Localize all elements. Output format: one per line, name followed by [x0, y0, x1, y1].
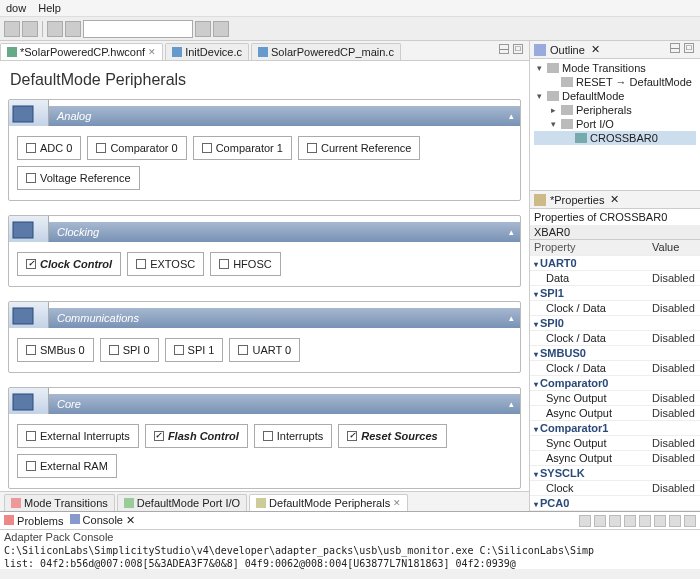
property-row[interactable]: Clock / DataDisabled [530, 301, 700, 316]
checkbox-label: Current Reference [321, 142, 412, 154]
maximize-icon[interactable]: □ [684, 43, 694, 53]
checkbox-spi-0[interactable]: SPI 0 [100, 338, 159, 362]
console-btn-7[interactable] [669, 515, 681, 527]
toolbar-icon-2[interactable] [22, 21, 38, 37]
property-row[interactable]: ▾SPI0 [530, 316, 700, 331]
property-row[interactable]: ▾UART0 [530, 256, 700, 271]
checkbox-clock-control[interactable]: Clock Control [17, 252, 121, 276]
checkbox-hfosc[interactable]: HFOSC [210, 252, 281, 276]
console-btn-3[interactable] [609, 515, 621, 527]
close-icon[interactable]: ✕ [148, 47, 156, 57]
console-btn-6[interactable] [654, 515, 666, 527]
checkbox-interrupts[interactable]: Interrupts [254, 424, 332, 448]
property-category: ▾SMBUS0 [530, 346, 650, 360]
property-row[interactable]: Clock / DataDisabled [530, 331, 700, 346]
collapse-icon[interactable]: ▴ [502, 308, 520, 328]
console-btn-5[interactable] [639, 515, 651, 527]
property-row[interactable]: ▾PCA0 [530, 496, 700, 511]
tab-port-io[interactable]: DefaultMode Port I/O [117, 494, 247, 511]
console-btn-8[interactable] [684, 515, 696, 527]
tab-mode-transitions[interactable]: Mode Transitions [4, 494, 115, 511]
section-header: Communications ▴ [9, 302, 520, 328]
collapse-icon[interactable]: ▴ [502, 394, 520, 414]
twist-icon[interactable]: ▾ [534, 63, 544, 73]
close-icon[interactable]: ✕ [393, 498, 401, 508]
checkbox-external-ram[interactable]: External RAM [17, 454, 117, 478]
menu-dow[interactable]: dow [6, 2, 26, 14]
maximize-icon[interactable]: □ [513, 44, 523, 54]
close-icon[interactable]: ✕ [591, 43, 600, 56]
tree-node-port-i-o[interactable]: ▾ Port I/O [534, 117, 696, 131]
tab-peripherals[interactable]: DefaultMode Peripherals ✕ [249, 494, 408, 511]
checkbox-comparator-1[interactable]: Comparator 1 [193, 136, 292, 160]
property-row[interactable]: Sync OutputDisabled [530, 391, 700, 406]
tab-console[interactable]: Console ✕ [70, 514, 135, 527]
property-value[interactable]: Disabled [650, 331, 700, 345]
twist-icon[interactable]: ▾ [548, 119, 558, 129]
section-title[interactable]: Core [49, 394, 502, 414]
menu-help[interactable]: Help [38, 2, 61, 14]
property-value[interactable]: Disabled [650, 481, 700, 495]
property-row[interactable]: ClockDisabled [530, 481, 700, 496]
section-title[interactable]: Clocking [49, 222, 502, 242]
checkbox-external-interrupts[interactable]: External Interrupts [17, 424, 139, 448]
tree-node-peripherals[interactable]: ▸ Peripherals [534, 103, 696, 117]
tree-node-reset-defaultmode[interactable]: RESET → DefaultMode [534, 75, 696, 89]
checkbox-current-reference[interactable]: Current Reference [298, 136, 421, 160]
property-value[interactable]: Disabled [650, 436, 700, 450]
xbar-tab[interactable]: XBAR0 [530, 225, 700, 240]
toolbar-combo[interactable] [83, 20, 193, 38]
section-title[interactable]: Communications [49, 308, 502, 328]
property-row[interactable]: Async OutputDisabled [530, 406, 700, 421]
close-icon[interactable]: ✕ [126, 514, 135, 526]
property-row[interactable]: ▾Comparator1 [530, 421, 700, 436]
editor-tab-initdevice[interactable]: InitDevice.c [165, 43, 249, 60]
property-row[interactable]: ▾SYSCLK [530, 466, 700, 481]
property-row[interactable]: Clock / DataDisabled [530, 361, 700, 376]
toolbar-icon-1[interactable] [4, 21, 20, 37]
console-btn-4[interactable] [624, 515, 636, 527]
minimize-icon[interactable]: — [670, 43, 680, 53]
property-row[interactable]: Sync OutputDisabled [530, 436, 700, 451]
tree-node-crossbar0[interactable]: CROSSBAR0 [534, 131, 696, 145]
twist-icon[interactable]: ▾ [534, 91, 544, 101]
property-row[interactable]: DataDisabled [530, 271, 700, 286]
toolbar-icon-5[interactable] [195, 21, 211, 37]
property-value[interactable]: Disabled [650, 451, 700, 465]
property-value[interactable]: Disabled [650, 406, 700, 420]
collapse-icon[interactable]: ▴ [502, 106, 520, 126]
section-title[interactable]: Analog [49, 106, 502, 126]
checkbox-reset-sources[interactable]: Reset Sources [338, 424, 446, 448]
property-row[interactable]: ▾SPI1 [530, 286, 700, 301]
checkbox-voltage-reference[interactable]: Voltage Reference [17, 166, 140, 190]
console-btn-1[interactable] [579, 515, 591, 527]
editor-tab-main[interactable]: SolarPoweredCP_main.c [251, 43, 401, 60]
property-row[interactable]: Async OutputDisabled [530, 451, 700, 466]
minimize-icon[interactable]: — [499, 44, 509, 54]
checkbox-uart-0[interactable]: UART 0 [229, 338, 300, 362]
checkbox-extosc[interactable]: EXTOSC [127, 252, 204, 276]
toolbar-icon-4[interactable] [65, 21, 81, 37]
property-value[interactable]: Disabled [650, 301, 700, 315]
toolbar-icon-3[interactable] [47, 21, 63, 37]
checkbox-flash-control[interactable]: Flash Control [145, 424, 248, 448]
property-row[interactable]: ▾SMBUS0 [530, 346, 700, 361]
console-btn-2[interactable] [594, 515, 606, 527]
property-value[interactable]: Disabled [650, 391, 700, 405]
close-icon[interactable]: ✕ [610, 193, 619, 206]
tree-node-defaultmode[interactable]: ▾ DefaultMode [534, 89, 696, 103]
collapse-icon[interactable]: ▴ [502, 222, 520, 242]
property-row[interactable]: ▾Comparator0 [530, 376, 700, 391]
checkbox-smbus-0[interactable]: SMBus 0 [17, 338, 94, 362]
checkbox-spi-1[interactable]: SPI 1 [165, 338, 224, 362]
checkbox-comparator-0[interactable]: Comparator 0 [87, 136, 186, 160]
twist-icon[interactable]: ▸ [548, 105, 558, 115]
checkbox-adc-0[interactable]: ADC 0 [17, 136, 81, 160]
editor-tab-hwconf[interactable]: *SolarPoweredCP.hwconf ✕ [0, 43, 163, 60]
tab-problems[interactable]: Problems [4, 515, 64, 527]
tree-node-mode-transitions[interactable]: ▾ Mode Transitions [534, 61, 696, 75]
tree-node-icon [547, 91, 559, 101]
property-value[interactable]: Disabled [650, 271, 700, 285]
toolbar-icon-6[interactable] [213, 21, 229, 37]
property-value[interactable]: Disabled [650, 361, 700, 375]
